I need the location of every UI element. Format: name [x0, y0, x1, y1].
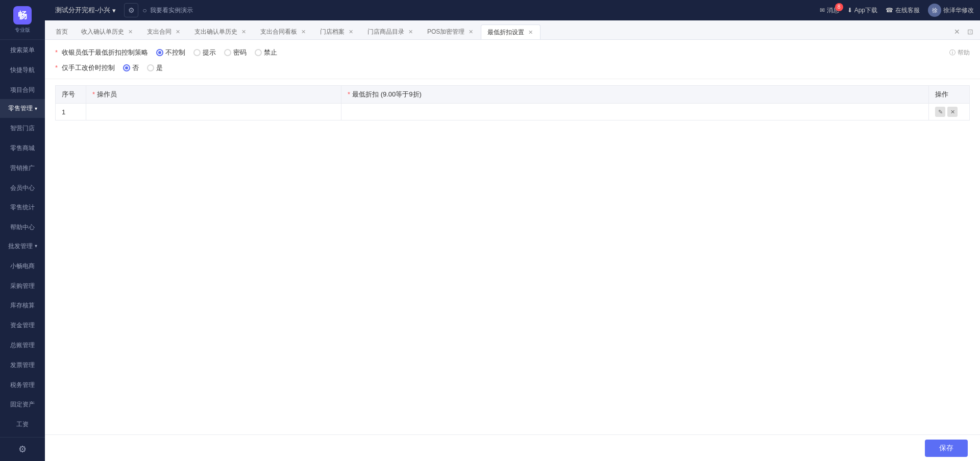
sidebar-item-label-inventory: 库存核算: [2, 301, 43, 310]
sidebar-item-tax[interactable]: 税务管理: [0, 375, 45, 395]
demo-icon: ○: [142, 6, 146, 14]
tab-store-file[interactable]: 门店档案✕: [313, 24, 361, 39]
tab-payment-contract-board[interactable]: 支出合同看板✕: [254, 24, 313, 39]
sidebar-item-marketing[interactable]: 营销推广: [0, 158, 45, 178]
sidebar-item-retail[interactable]: 零售管理▾: [0, 99, 45, 118]
tab-menu-button[interactable]: ⊡: [965, 26, 976, 37]
sidebar-item-smart-store[interactable]: 智营门店: [0, 118, 45, 138]
tab-close-payment-contract-board[interactable]: ✕: [300, 28, 307, 36]
user-avatar: 徐: [928, 4, 941, 17]
radio-input-manual-no[interactable]: [123, 64, 130, 71]
arrow-icon: ▾: [35, 242, 37, 250]
sidebar-item-label-member: 会员中心: [2, 184, 43, 192]
topbar-demo-link[interactable]: ○ 我要看实例演示: [142, 6, 192, 15]
sidebar-item-ecommerce[interactable]: 小畅电商: [0, 256, 45, 276]
required-indicator-2: *: [55, 64, 58, 71]
tab-income-history[interactable]: 收入确认单历史✕: [75, 24, 140, 39]
content-panel: * 收银员低于最低折扣控制策略 不控制提示密码禁止 ⓘ 帮助 * 仅手工改价时控…: [45, 40, 980, 434]
topbar-message-button[interactable]: ✉ 消息 8: [820, 6, 839, 15]
close-tab-button[interactable]: ✕: [951, 26, 963, 37]
sidebar-item-retail-stats[interactable]: 零售统计: [0, 197, 45, 217]
topbar-project-selector[interactable]: 测试分开完程-小兴 ▾: [51, 4, 120, 17]
sidebar-item-label-smart-store: 智营门店: [2, 124, 43, 133]
main-area: 测试分开完程-小兴 ▾ ⚙ ○ 我要看实例演示 ✉ 消息 8 ⬇ App下载 ☎…: [45, 0, 980, 461]
sidebar-item-member[interactable]: 会员中心: [0, 178, 45, 198]
row-edit-button-0[interactable]: ✎: [935, 107, 945, 117]
cell-seq-0: 1: [56, 104, 86, 120]
sidebar-item-label-invoice: 发票管理: [2, 361, 43, 370]
topbar-online-support-button[interactable]: ☎ 在线客服: [886, 6, 920, 15]
radio-discount-password[interactable]: 密码: [224, 48, 247, 57]
tab-close-income-history[interactable]: ✕: [127, 28, 134, 36]
radio-input-discount-password[interactable]: [224, 49, 231, 56]
radio-input-discount-no-control[interactable]: [156, 49, 163, 56]
sidebar-item-purchase[interactable]: 采购管理: [0, 276, 45, 296]
required-mark: *: [348, 90, 350, 98]
help-button[interactable]: ⓘ 帮助: [949, 48, 970, 57]
tab-payment-confirm-history[interactable]: 支出确认单历史✕: [188, 24, 254, 39]
radio-manual-no[interactable]: 否: [123, 63, 139, 72]
radio-input-manual-yes[interactable]: [147, 64, 154, 71]
discount-table: 序号*操作员*最低折扣 (9.00等于9折)操作 1 ✎ ✕: [55, 85, 970, 120]
radio-discount-remind[interactable]: 提示: [193, 48, 216, 57]
sidebar-item-label-salary: 工资: [2, 420, 43, 429]
tab-close-store-goods[interactable]: ✕: [407, 28, 414, 36]
cell-actions-0: ✎ ✕: [929, 104, 970, 120]
tab-label-payment-confirm-history: 支出确认单历史: [194, 28, 237, 36]
table-col-min_discount: *最低折扣 (9.00等于9折): [341, 86, 929, 104]
tab-close-payment-confirm-history[interactable]: ✕: [240, 28, 247, 36]
cell-operator-0[interactable]: [86, 104, 341, 120]
sidebar-item-ledger[interactable]: 总账管理: [0, 335, 45, 355]
radio-input-discount-remind[interactable]: [193, 49, 201, 56]
sidebar-item-online-store[interactable]: 零售商城: [0, 138, 45, 158]
tab-close-payment-contract[interactable]: ✕: [175, 28, 181, 36]
tab-close-pos-password[interactable]: ✕: [468, 28, 474, 36]
tab-min-discount[interactable]: 最低折扣设置✕: [481, 25, 541, 40]
sidebar-logo: 畅 专业版: [0, 0, 45, 40]
topbar-settings-button[interactable]: ⚙: [124, 3, 138, 17]
radio-discount-no-control[interactable]: 不控制: [156, 48, 185, 57]
topbar-user-menu[interactable]: 徐 徐泽华修改: [928, 4, 974, 17]
tab-payment-contract[interactable]: 支出合同✕: [140, 24, 188, 39]
question-icon: ⓘ: [949, 48, 955, 57]
sidebar-item-label-project: 项目合同: [2, 86, 43, 94]
sidebar-item-wholesale[interactable]: 批发管理▾: [0, 237, 45, 256]
sidebar-item-quicknav[interactable]: 快捷导航: [0, 60, 45, 80]
tab-store-goods[interactable]: 门店商品目录✕: [361, 24, 421, 39]
tab-pos-password[interactable]: POS加密管理✕: [421, 24, 481, 39]
sidebar-item-salary[interactable]: 工资: [0, 414, 45, 434]
radio-label-discount-forbid: 禁止: [264, 48, 277, 57]
tab-label-store-goods: 门店商品目录: [368, 28, 404, 36]
save-button[interactable]: 保存: [925, 440, 968, 457]
sidebar-item-assets[interactable]: 固定资产: [0, 394, 45, 414]
cell-discount-0[interactable]: [341, 104, 929, 120]
tab-home[interactable]: 首页: [49, 24, 75, 39]
sidebar-item-label-ledger: 总账管理: [2, 341, 43, 350]
tab-close-min-discount[interactable]: ✕: [527, 29, 534, 36]
arrow-icon: ▾: [35, 105, 37, 112]
radio-manual-yes[interactable]: 是: [147, 63, 163, 72]
sidebar-footer-settings[interactable]: ⚙: [0, 437, 45, 461]
row-delete-button-0[interactable]: ✕: [947, 107, 958, 117]
radio-label-discount-password: 密码: [233, 48, 247, 57]
sidebar-item-finance[interactable]: 资金管理: [0, 315, 45, 335]
table-col-seq: 序号: [56, 86, 86, 104]
sidebar-item-label-retail-stats: 零售统计: [2, 203, 43, 212]
topbar-demo-text: 我要看实例演示: [150, 6, 193, 15]
topbar-app-download-button[interactable]: ⬇ App下载: [847, 6, 877, 15]
sidebar-item-project[interactable]: 项目合同: [0, 80, 45, 100]
radio-input-discount-forbid[interactable]: [255, 49, 262, 56]
form-section: * 收银员低于最低折扣控制策略 不控制提示密码禁止 ⓘ 帮助 * 仅手工改价时控…: [45, 40, 980, 79]
tab-label-income-history: 收入确认单历史: [81, 28, 124, 36]
tab-label-min-discount: 最低折扣设置: [487, 28, 524, 37]
sidebar-item-inventory[interactable]: 库存核算: [0, 295, 45, 315]
radio-label-manual-yes: 是: [156, 63, 163, 72]
tab-close-store-file[interactable]: ✕: [348, 28, 354, 36]
sidebar-item-invoice[interactable]: 发票管理: [0, 355, 45, 375]
radio-discount-forbid[interactable]: 禁止: [255, 48, 277, 57]
sidebar-item-label-purchase: 采购管理: [2, 282, 43, 290]
sidebar-item-label-finance: 资金管理: [2, 321, 43, 330]
page-footer: 保存: [45, 434, 980, 461]
sidebar-item-help[interactable]: 帮助中心: [0, 217, 45, 237]
sidebar-item-search[interactable]: 搜索菜单: [0, 40, 45, 60]
